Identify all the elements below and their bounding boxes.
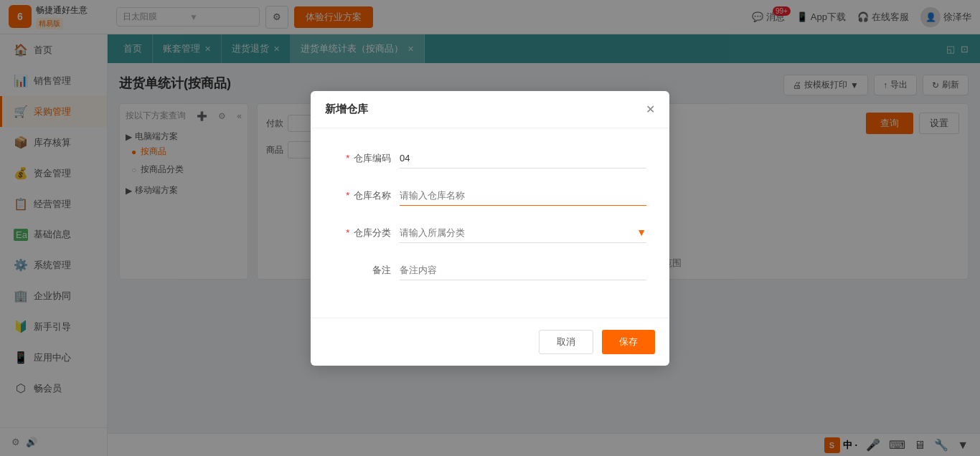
warehouse-category-row: * 仓库分类 ▼: [334, 223, 646, 243]
warehouse-category-label: * 仓库分类: [334, 227, 391, 239]
required-mark-category: *: [346, 227, 349, 238]
warehouse-code-label: * 仓库编码: [334, 152, 391, 165]
warehouse-name-row: * 仓库名称: [334, 186, 646, 206]
warehouse-category-select-row: ▼: [400, 223, 646, 243]
cancel-button[interactable]: 取消: [539, 330, 593, 354]
warehouse-code-row: * 仓库编码: [334, 148, 646, 168]
new-warehouse-dialog: 新增仓库 ✕ * 仓库编码 * 仓库名称: [311, 91, 669, 366]
dialog-body: * 仓库编码 * 仓库名称 * 仓库分类: [311, 128, 669, 318]
warehouse-remark-row: 备注: [334, 260, 646, 280]
save-button[interactable]: 保存: [602, 330, 655, 354]
warehouse-name-label: * 仓库名称: [334, 189, 391, 202]
warehouse-name-input[interactable]: [400, 186, 646, 206]
dialog-footer: 取消 保存: [311, 318, 669, 366]
required-mark-code: *: [346, 153, 349, 163]
dialog-header: 新增仓库 ✕: [311, 91, 669, 128]
warehouse-category-input[interactable]: [400, 223, 636, 242]
dialog-title: 新增仓库: [325, 103, 368, 116]
warehouse-code-input[interactable]: [400, 148, 646, 168]
warehouse-remark-label: 备注: [334, 264, 391, 277]
required-mark-name: *: [346, 190, 349, 201]
dialog-close-button[interactable]: ✕: [646, 103, 655, 116]
modal-overlay: 新增仓库 ✕ * 仓库编码 * 仓库名称: [0, 0, 980, 456]
category-dropdown-arrow[interactable]: ▼: [636, 227, 646, 238]
warehouse-remark-input[interactable]: [400, 260, 646, 280]
